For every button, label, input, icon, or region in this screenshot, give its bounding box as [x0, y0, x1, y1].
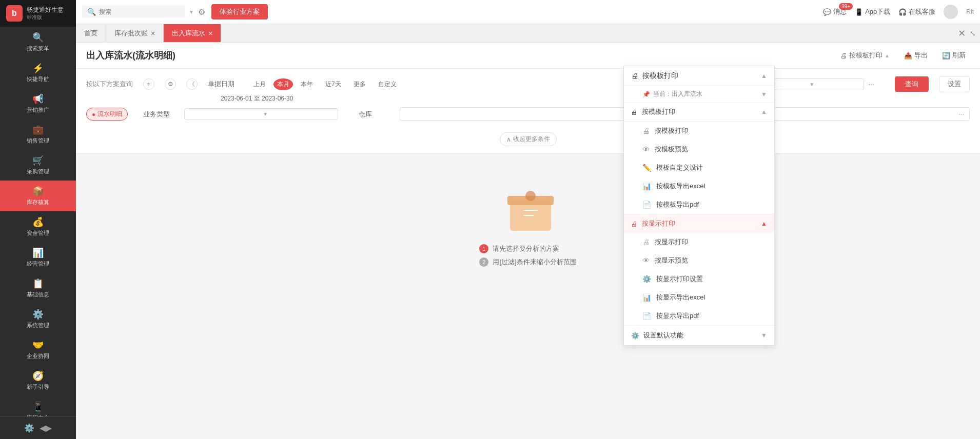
- biz-type-arrow: ▼: [263, 111, 332, 117]
- filter-collapse-btn[interactable]: 《: [186, 78, 198, 90]
- print-icon: 🖨: [840, 52, 847, 59]
- tab-flow-close[interactable]: ×: [208, 29, 212, 37]
- filter-row-1: 按以下方案查询 + ⚙ 《 单据日期 上月 本月 本年 近7天 更多 自定义: [86, 76, 970, 92]
- online-service-btn[interactable]: 🎧 在线客服: [898, 7, 935, 16]
- dropdown-template-print[interactable]: 🖨 按模板打印: [624, 122, 774, 140]
- dropdown-display-pdf[interactable]: 📄 按显示导出pdf: [624, 307, 774, 325]
- display-section-icon: 🖨: [631, 220, 638, 228]
- dropdown-display-excel[interactable]: 📊 按显示导出excel: [624, 288, 774, 307]
- sidebar-nav: 🔍 搜索菜单 ⚡ 快捷导航 📢 营销推广 💼 销售管理 🛒 采购管理 📦: [0, 27, 76, 416]
- app-download-icon: 📱: [855, 8, 863, 16]
- filter-chip[interactable]: ● 流水明细: [86, 108, 128, 121]
- date-btn-more[interactable]: 更多: [349, 78, 370, 90]
- dropdown-display-preview[interactable]: 👁 按显示预览: [624, 251, 774, 270]
- sidebar-item-search[interactable]: 🔍 搜索菜单: [0, 27, 76, 57]
- dropdown-template-pdf[interactable]: 📄 按模板导出pdf: [624, 195, 774, 214]
- date-buttons: 上月 本月 本年 近7天 更多 自定义: [249, 78, 401, 90]
- marketing-icon: 📢: [32, 93, 44, 105]
- refresh-btn[interactable]: 🔄 刷新: [938, 49, 970, 62]
- panel-close-btn[interactable]: ✕: [958, 28, 966, 39]
- date-btn-this-month[interactable]: 本月: [273, 78, 293, 90]
- sidebar-item-app-center[interactable]: 📱 应用中心: [0, 396, 76, 416]
- svg-point-2: [525, 191, 536, 201]
- template-print-section-header[interactable]: 🖨 按模板打印 ▲: [624, 103, 774, 122]
- empty-step-2: 2 用[过滤]条件来缩小分析范围: [479, 257, 576, 267]
- cooperation-icon: 🤝: [32, 340, 44, 351]
- set-default-btn[interactable]: ⚙️ 设置默认功能 ▼: [624, 326, 774, 345]
- template-section-arrow: ▲: [761, 108, 767, 115]
- collapse-sidebar-icon[interactable]: ◀▶: [40, 423, 52, 433]
- sidebar-item-guide[interactable]: 🧭 新手引导: [0, 365, 76, 396]
- dropdown-display-print[interactable]: 🖨 按显示打印: [624, 233, 774, 251]
- filter-label-prefix: 按以下方案查询: [86, 79, 133, 89]
- search-dropdown-arrow[interactable]: ▼: [189, 9, 194, 15]
- print-btn[interactable]: 🖨 按模板打印 ▲: [836, 49, 894, 62]
- set-btn[interactable]: 设置: [939, 76, 970, 92]
- tab-batch-account-label: 库存批次账: [114, 29, 148, 38]
- search-input[interactable]: [99, 8, 171, 15]
- step-1-text: 请先选择要分析的方案: [493, 244, 559, 253]
- date-filter-label: 单据日期: [208, 79, 239, 89]
- sidebar-item-sales[interactable]: 💼 销售管理: [0, 119, 76, 150]
- template-preview-icon: 👁: [642, 145, 650, 153]
- display-print-label: 按显示打印: [655, 237, 688, 247]
- ticket-type-more[interactable]: ···: [868, 80, 874, 88]
- template-preview-label: 按模板预览: [655, 145, 688, 154]
- dropdown-header-right: ▲: [761, 72, 767, 79]
- trial-btn[interactable]: 体验行业方案: [211, 4, 268, 19]
- settings-footer-icon[interactable]: ⚙️: [24, 423, 34, 433]
- main-area: 🔍 ▼ ⚙ 体验行业方案 💬 消息 99+ 📱 App下载 🎧 在线客服: [76, 0, 980, 439]
- template-print-icon: 🖨: [642, 127, 650, 135]
- export-btn[interactable]: 📤 导出: [900, 49, 932, 62]
- sidebar-label-basic: 基础信息: [27, 291, 49, 298]
- date-btn-last-month[interactable]: 上月: [249, 78, 270, 90]
- sidebar-item-system[interactable]: ⚙️ 系统管理: [0, 304, 76, 334]
- display-section-label: 按显示打印: [642, 219, 675, 228]
- app-download-btn[interactable]: 📱 App下载: [855, 7, 890, 16]
- set-default-icon: ⚙️: [631, 332, 639, 340]
- collapse-more-btn[interactable]: ∧ 收起更多条件: [500, 132, 557, 146]
- sidebar-item-marketing[interactable]: 📢 营销推广: [0, 88, 76, 119]
- query-btn[interactable]: 查询: [895, 76, 929, 92]
- filter-area: 按以下方案查询 + ⚙ 《 单据日期 上月 本月 本年 近7天 更多 自定义: [76, 69, 980, 154]
- sidebar-label-operation: 经营管理: [27, 260, 49, 268]
- collapse-icon: ∧: [506, 136, 511, 143]
- warehouse-more-icon: ···: [958, 110, 964, 118]
- dropdown-template-preview[interactable]: 👁 按模板预览: [624, 140, 774, 158]
- empty-step-1: 1 请先选择要分析的方案: [479, 244, 576, 253]
- dropdown-display-print-settings[interactable]: ⚙️ 按显示打印设置: [624, 270, 774, 288]
- tab-flow[interactable]: 出入库流水 ×: [164, 24, 221, 42]
- username-label: Rit: [966, 8, 974, 15]
- date-btn-7days[interactable]: 近7天: [321, 78, 346, 90]
- dropdown-collapse-arrow[interactable]: ▲: [761, 72, 767, 79]
- tab-batch-account-close[interactable]: ×: [151, 29, 155, 37]
- filter-chip-icon: ●: [92, 111, 95, 118]
- topbar-search-box[interactable]: 🔍: [82, 6, 185, 18]
- sidebar-item-cooperation[interactable]: 🤝 企业协同: [0, 334, 76, 365]
- date-btn-this-year[interactable]: 本年: [296, 78, 318, 90]
- empty-state: 1 请先选择要分析的方案 2 用[过滤]条件来缩小分析范围: [76, 154, 980, 297]
- sidebar-label-marketing: 营销推广: [27, 106, 49, 114]
- sidebar-item-purchase[interactable]: 🛒 采购管理: [0, 150, 76, 181]
- sidebar-item-finance[interactable]: 💰 资金管理: [0, 211, 76, 242]
- message-btn[interactable]: 💬 消息 99+: [823, 7, 847, 16]
- dropdown-template-design[interactable]: ✏️ 模板自定义设计: [624, 158, 774, 177]
- sidebar-label-purchase: 采购管理: [27, 168, 49, 175]
- sidebar-item-operation[interactable]: 📊 经营管理: [0, 242, 76, 273]
- sidebar-item-quick-nav[interactable]: ⚡ 快捷导航: [0, 57, 76, 88]
- tab-home[interactable]: 首页: [76, 24, 106, 42]
- dropdown-template-excel[interactable]: 📊 按模板导出excel: [624, 177, 774, 195]
- topbar-gear-icon[interactable]: ⚙: [198, 7, 205, 17]
- biz-type-select[interactable]: ▼: [184, 108, 338, 120]
- maximize-icon[interactable]: ⤡: [970, 29, 976, 37]
- filter-add-btn[interactable]: +: [143, 78, 154, 90]
- date-btn-custom[interactable]: 自定义: [374, 78, 401, 90]
- filter-settings-btn[interactable]: ⚙: [165, 78, 176, 90]
- system-icon: ⚙️: [32, 309, 44, 320]
- sidebar-item-basic[interactable]: 📋 基础信息: [0, 273, 76, 304]
- sidebar-item-inventory[interactable]: 📦 库存核算: [0, 181, 76, 211]
- tab-batch-account[interactable]: 库存批次账 ×: [106, 24, 164, 42]
- sidebar-label-finance: 资金管理: [27, 229, 49, 237]
- display-print-section-header[interactable]: 🖨 按显示打印 ▲: [624, 214, 774, 233]
- user-avatar[interactable]: [944, 5, 958, 19]
